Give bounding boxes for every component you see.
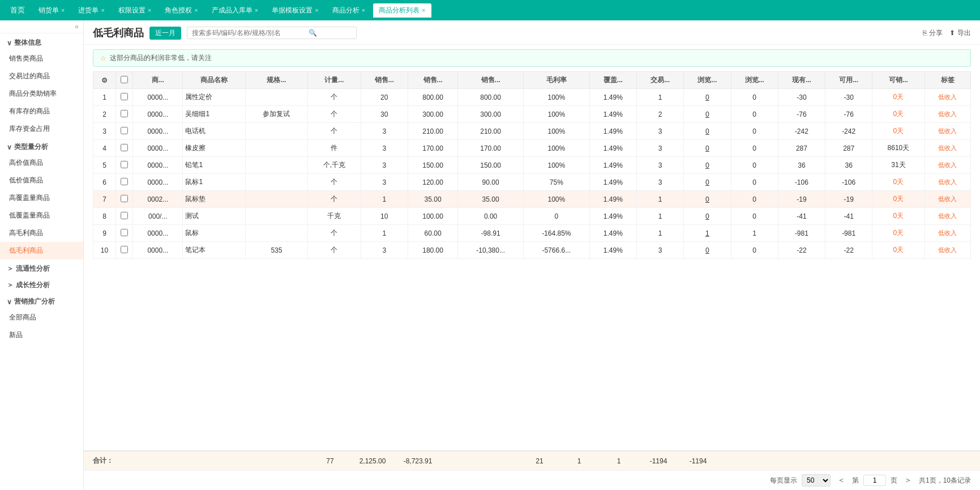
sidebar-item-category-rate[interactable]: 商品分类助销率 — [0, 85, 83, 103]
sidebar-item-low-coverage[interactable]: 低覆盖量商品 — [0, 207, 83, 224]
close-analysis-list-tab[interactable]: × — [422, 7, 425, 14]
filter-button[interactable]: 近一月 — [149, 27, 181, 40]
sidebar-item-sales-goods[interactable]: 销售类商品 — [0, 50, 83, 67]
row-checkbox[interactable] — [116, 106, 133, 123]
row-current: 287 — [778, 140, 825, 157]
row-spec: 参加复试 — [245, 106, 307, 123]
row-view1[interactable]: 0 — [684, 123, 731, 140]
row-view1[interactable]: 1 — [684, 225, 731, 242]
row-checkbox[interactable] — [116, 89, 133, 106]
col-spec-header: 规格... — [245, 72, 307, 89]
row-view1[interactable]: 0 — [684, 140, 731, 157]
row-spec — [245, 225, 307, 242]
prev-page-button[interactable]: ＜ — [835, 475, 848, 485]
sidebar-item-high-profit[interactable]: 高毛利商品 — [0, 224, 83, 242]
col-gross-header: 毛利率 — [523, 72, 589, 89]
sidebar-collapse-button[interactable]: « — [0, 20, 83, 33]
sidebar-section-overall[interactable]: ∨ 整体信息 — [0, 33, 83, 50]
row-view1[interactable]: 0 — [684, 89, 731, 106]
table-row: 5 0000... 铅笔1 个,千克 3 150.00 150.00 100% … — [93, 157, 971, 174]
export-button[interactable]: ⬆ 导出 — [949, 28, 971, 38]
row-tag: 低收入 — [925, 208, 970, 225]
nav-product-entry[interactable]: 产成品入库单 × — [206, 3, 264, 18]
row-view1[interactable]: 0 — [684, 157, 731, 174]
close-role-tab[interactable]: × — [194, 7, 198, 14]
close-sales-tab[interactable]: × — [61, 7, 65, 14]
sidebar-item-low-profit[interactable]: 低毛利商品 — [0, 242, 83, 259]
nav-purchase[interactable]: 进货单 × — [72, 3, 110, 18]
row-checkbox[interactable] — [116, 140, 133, 157]
row-view1[interactable]: 0 — [684, 174, 731, 191]
sidebar-section-marketing[interactable]: ∨ 营销推广分析 — [0, 292, 83, 309]
nav-role[interactable]: 角色授权 × — [159, 3, 203, 18]
close-permission-tab[interactable]: × — [148, 7, 151, 14]
sidebar-section-flow[interactable]: ＞ 流通性分析 — [0, 259, 83, 276]
row-salable: 0天 — [872, 191, 925, 208]
row-checkbox[interactable] — [116, 123, 133, 140]
row-view1[interactable]: 0 — [684, 208, 731, 225]
sidebar-section-growth[interactable]: ＞ 成长性分析 — [0, 276, 83, 292]
select-all-checkbox[interactable] — [121, 76, 128, 83]
close-product-analysis-tab[interactable]: × — [362, 7, 365, 14]
row-checkbox[interactable] — [116, 242, 133, 259]
row-view2: 0 — [731, 89, 778, 106]
nav-permission[interactable]: 权限设置 × — [113, 3, 157, 18]
sidebar-item-new-goods[interactable]: 新品 — [0, 326, 83, 344]
row-checkbox[interactable] — [116, 191, 133, 208]
row-usable: -22 — [825, 242, 872, 259]
nav-sales[interactable]: 销货单 × — [33, 3, 70, 18]
sidebar-item-high-value[interactable]: 高价值商品 — [0, 154, 83, 172]
nav-analysis-list[interactable]: 商品分析列表 × — [373, 3, 431, 18]
row-code: 0002... — [133, 191, 183, 208]
row-sales1: 3 — [361, 242, 408, 259]
row-unit: 千克 — [308, 208, 361, 225]
col-checkbox[interactable] — [116, 72, 133, 89]
row-view1[interactable]: 0 — [684, 191, 731, 208]
close-product-entry-tab[interactable]: × — [255, 7, 258, 14]
col-code-header: 商... — [133, 72, 183, 89]
settings-icon[interactable]: ⚙ — [101, 76, 108, 84]
next-page-button[interactable]: ＞ — [902, 475, 914, 485]
row-cover: 1.49% — [589, 242, 636, 259]
row-view1[interactable]: 0 — [684, 242, 731, 259]
row-spec — [245, 89, 307, 106]
table-row: 6 0000... 鼠标1 个 3 120.00 90.00 75% 1.49%… — [93, 174, 971, 191]
row-sales2: 180.00 — [408, 242, 457, 259]
sidebar-item-high-coverage[interactable]: 高覆盖量商品 — [0, 189, 83, 207]
row-checkbox[interactable] — [116, 157, 133, 174]
nav-template[interactable]: 单据模板设置 × — [266, 3, 324, 18]
row-checkbox[interactable] — [116, 208, 133, 225]
nav-product-analysis[interactable]: 商品分析 × — [327, 3, 371, 18]
search-input[interactable] — [192, 29, 305, 37]
row-gross: -164.85% — [523, 225, 589, 242]
total-records-label: 共1页，10条记录 — [919, 476, 971, 485]
sidebar-item-low-value[interactable]: 低价值商品 — [0, 172, 83, 189]
close-template-tab[interactable]: × — [315, 7, 318, 14]
sidebar-item-in-stock[interactable]: 有库存的商品 — [0, 103, 83, 120]
row-salable: 31天 — [872, 157, 925, 174]
row-current: -106 — [778, 174, 825, 191]
row-checkbox[interactable] — [116, 225, 133, 242]
per-page-select[interactable]: 50 100 200 — [802, 474, 831, 487]
col-salable-header: 可销... — [872, 72, 925, 89]
col-settings[interactable]: ⚙ — [93, 72, 116, 89]
page-title: 低毛利商品 — [93, 26, 144, 40]
chevron-right-icon: ＞ — [7, 264, 14, 274]
sidebar-item-all-goods[interactable]: 全部商品 — [0, 309, 83, 326]
row-trade: 1 — [637, 89, 684, 106]
close-purchase-tab[interactable]: × — [101, 7, 104, 14]
row-cover: 1.49% — [589, 208, 636, 225]
sidebar-section-type[interactable]: ∨ 类型量分析 — [0, 138, 83, 154]
col-usable-header: 可用... — [825, 72, 872, 89]
col-tag-header: 标签 — [925, 72, 970, 89]
nav-home[interactable]: 首页 — [5, 3, 31, 18]
col-trade-header: 交易... — [637, 72, 684, 89]
row-view1[interactable]: 0 — [684, 106, 731, 123]
search-icon[interactable]: 🔍 — [309, 29, 317, 37]
share-button[interactable]: ⎘ 分享 — [923, 28, 943, 38]
sidebar-item-traded-goods[interactable]: 交易过的商品 — [0, 67, 83, 85]
row-trade: 1 — [637, 208, 684, 225]
page-number-input[interactable] — [863, 475, 886, 486]
row-checkbox[interactable] — [116, 174, 133, 191]
sidebar-item-stock-capital[interactable]: 库存资金占用 — [0, 120, 83, 138]
